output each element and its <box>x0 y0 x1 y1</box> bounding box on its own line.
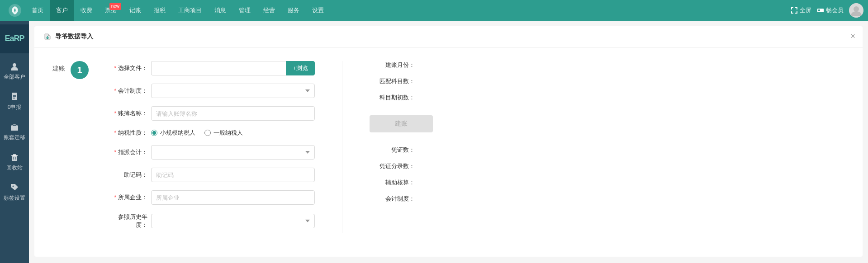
vip-icon <box>817 7 824 14</box>
form-right: 建账月份： 匹配科目数： 科目期初数： 建账 <box>370 61 433 237</box>
sidebar-item-all-customers[interactable]: 全部客户 <box>0 57 29 85</box>
dialog-header: 导爷数据导入 × <box>34 26 863 47</box>
build-month-row: 建账月份： <box>370 61 433 69</box>
company-input[interactable] <box>151 190 315 205</box>
fullscreen-icon <box>791 7 798 14</box>
file-input[interactable] <box>151 61 286 75</box>
tag-icon <box>9 183 19 193</box>
nav-ledger[interactable]: 记账 <box>123 0 147 21</box>
nav-service[interactable]: 服务 <box>281 0 306 21</box>
svg-rect-20 <box>12 155 17 161</box>
form-container: 建账 1 * 选择文件： +浏览 <box>34 47 863 251</box>
svg-rect-8 <box>797 11 797 14</box>
nav-message[interactable]: 消息 <box>208 0 232 21</box>
nav-invoice[interactable]: 票据 new <box>99 0 123 21</box>
subject-initial-label: 科目期初数： <box>370 94 415 102</box>
dialog-close-button[interactable]: × <box>850 32 855 41</box>
build-account-btn-wrapper: 建账 <box>370 115 433 132</box>
form-left: * 选择文件： +浏览 * 会计制度： <box>107 61 315 237</box>
content-area: 导爷数据导入 × 建账 1 * 选择文件： <box>29 21 868 263</box>
box-icon <box>9 122 19 132</box>
dialog-panel: 导爷数据导入 × 建账 1 * 选择文件： <box>34 26 863 257</box>
vip-button[interactable]: 畅会员 <box>817 6 844 14</box>
match-subjects-row: 匹配科目数： <box>370 77 433 85</box>
ledger-name-input[interactable] <box>151 106 315 121</box>
file-input-group: +浏览 <box>151 61 315 75</box>
browse-button[interactable]: +浏览 <box>286 61 315 75</box>
assign-accountant-select[interactable] <box>151 145 315 160</box>
file-select-row: * 选择文件： +浏览 <box>107 61 315 75</box>
build-month-label: 建账月份： <box>370 61 415 69</box>
nav-manage[interactable]: 管理 <box>232 0 257 21</box>
step-section: 建账 1 <box>52 61 89 237</box>
step-circle: 1 <box>71 61 89 79</box>
top-navigation: 首页 客户 收费 票据 new 记账 报税 工商项目 消息 管理 经营 服务 设… <box>0 0 868 21</box>
ledger-name-label: * 账簿名称： <box>107 109 147 117</box>
svg-rect-6 <box>791 11 792 14</box>
nav-finance[interactable]: 经营 <box>257 0 281 21</box>
sidebar-item-account-migration[interactable]: 账套迁移 <box>0 117 29 146</box>
person-icon <box>9 61 19 71</box>
accounting-system-label: * 会计制度： <box>107 87 147 95</box>
accounting-system-row: * 会计制度： 小企业会计准则 企业会计准则 <box>107 84 315 98</box>
nav-industry[interactable]: 工商项目 <box>172 0 208 21</box>
avatar[interactable] <box>849 3 863 18</box>
accounting-system-right-label: 会计制度： <box>370 195 415 203</box>
accounting-system-select[interactable]: 小企业会计准则 企业会计准则 <box>151 84 315 98</box>
file-icon <box>9 92 19 102</box>
svg-point-12 <box>854 6 859 12</box>
tax-type-row: * 纳税性质： 小规模纳税人 一般纳税人 <box>107 129 315 137</box>
nav-tax[interactable]: 报税 <box>147 0 172 21</box>
svg-rect-4 <box>797 7 797 9</box>
nav-fee[interactable]: 收费 <box>74 0 99 21</box>
assign-accountant-row: * 指派会计： <box>107 145 315 160</box>
ref-year-select[interactable] <box>151 214 315 228</box>
memo-code-label: 助记码： <box>107 171 147 179</box>
tax-type-small[interactable]: 小规模纳税人 <box>151 129 195 137</box>
ledger-name-row: * 账簿名称： <box>107 106 315 121</box>
top-nav-right: 全屏 畅会员 <box>791 3 863 18</box>
svg-rect-2 <box>791 7 792 9</box>
step-label: 建账 <box>52 61 65 73</box>
nav-customers[interactable]: 客户 <box>50 0 74 21</box>
svg-point-25 <box>13 186 14 187</box>
company-label: * 所属企业： <box>107 193 147 202</box>
sidebar-item-declaration[interactable]: 0申报 <box>0 87 29 116</box>
sidebar: EaRP 全部客户 0申报 账套迁移 <box>0 21 29 263</box>
memo-code-row: 助记码： <box>107 168 315 182</box>
app-logo[interactable] <box>5 0 25 21</box>
voucher-entries-row: 凭证分录数： <box>370 162 433 170</box>
sidebar-item-tag-settings[interactable]: 标签设置 <box>0 178 29 207</box>
sidebar-logo: EaRP <box>0 24 29 53</box>
voucher-entries-label: 凭证分录数： <box>370 162 415 170</box>
vertical-divider <box>342 61 342 233</box>
sidebar-item-recycle[interactable]: 回收站 <box>0 148 29 176</box>
voucher-count-label: 凭证数： <box>370 146 415 154</box>
fullscreen-button[interactable]: 全屏 <box>791 6 811 14</box>
svg-rect-10 <box>818 9 820 11</box>
file-select-label: * 选择文件： <box>107 64 147 72</box>
tax-type-label: * 纳税性质： <box>107 129 147 137</box>
tax-type-general[interactable]: 一般纳税人 <box>204 129 243 137</box>
tax-type-radio-group: 小规模纳税人 一般纳税人 <box>151 129 315 137</box>
svg-rect-14 <box>12 93 17 100</box>
company-row: * 所属企业： <box>107 190 315 205</box>
ref-year-label: 参照历史年度： <box>107 213 147 229</box>
import-icon <box>43 33 52 41</box>
ref-year-row: 参照历史年度： <box>107 213 315 229</box>
right-panel: 建账月份： 匹配科目数： 科目期初数： 建账 <box>370 61 433 237</box>
dialog-title: 导爷数据导入 <box>55 33 93 41</box>
accounting-system-right-row: 会计制度： <box>370 195 433 203</box>
memo-code-input[interactable] <box>151 168 315 182</box>
nav-home[interactable]: 首页 <box>25 0 50 21</box>
match-subjects-label: 匹配科目数： <box>370 77 415 85</box>
new-badge: new <box>109 3 121 10</box>
svg-rect-18 <box>11 126 18 131</box>
main-layout: EaRP 全部客户 0申报 账套迁移 <box>0 21 868 263</box>
aux-accounting-label: 辅助核算： <box>370 178 415 187</box>
build-account-button[interactable]: 建账 <box>370 115 433 132</box>
trash-icon <box>9 152 19 162</box>
svg-point-13 <box>13 63 16 67</box>
svg-rect-22 <box>13 154 16 155</box>
nav-settings[interactable]: 设置 <box>306 0 330 21</box>
